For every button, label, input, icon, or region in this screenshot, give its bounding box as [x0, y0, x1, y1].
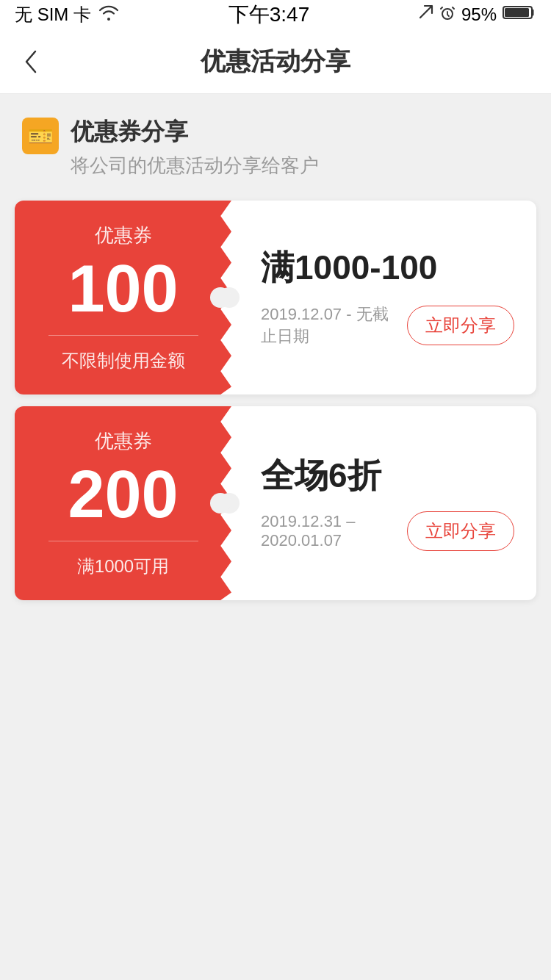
- coupon-left-panel: 优惠券 100 不限制使用金额: [15, 201, 231, 394]
- location-icon: [419, 4, 433, 25]
- section-title: 优惠券分享: [71, 116, 319, 148]
- back-button[interactable]: [22, 47, 40, 76]
- coupon-date: 2019.12.07 - 无截止日期: [261, 303, 400, 347]
- alarm-icon: [439, 4, 455, 25]
- coupon-condition: 不限制使用金额: [62, 349, 185, 372]
- svg-rect-2: [505, 8, 529, 17]
- coupon-divider: [48, 335, 198, 336]
- section-subtitle: 将公司的优惠活动分享给客户: [71, 153, 319, 179]
- coupon-label: 优惠券: [95, 223, 152, 248]
- coupon-item: 优惠券 100 不限制使用金额 满1000-100 2019.12.07 - 无…: [15, 201, 536, 394]
- status-left: 无 SIM 卡: [15, 3, 119, 26]
- status-time: 下午3:47: [228, 1, 310, 29]
- coupon-right-panel: 满1000-100 2019.12.07 - 无截止日期 立即分享: [231, 201, 536, 394]
- wifi-icon: [98, 4, 119, 25]
- coupon-name: 全场6折: [261, 455, 514, 496]
- coupon-label: 优惠券: [95, 428, 152, 454]
- coupon-item: 优惠券 200 满1000可用 全场6折 2019.12.31 – 2020.0…: [15, 406, 536, 600]
- page-title: 优惠活动分享: [201, 45, 350, 79]
- coupon-date: 2019.12.31 – 2020.01.07: [261, 512, 400, 550]
- battery-icon: [503, 4, 536, 25]
- section-icon: 🎫: [22, 118, 59, 154]
- bottom-space: [0, 615, 551, 980]
- coupon-name: 满1000-100: [261, 248, 514, 288]
- coupon-right-panel: 全场6折 2019.12.31 – 2020.01.07 立即分享: [231, 406, 536, 600]
- coupon-amount: 100: [68, 256, 178, 322]
- status-right: 95%: [419, 4, 536, 25]
- coupon-divider: [48, 541, 198, 541]
- share-button[interactable]: 立即分享: [407, 511, 514, 551]
- carrier-label: 无 SIM 卡: [15, 3, 91, 26]
- section-header: 🎫 优惠券分享 将公司的优惠活动分享给客户: [0, 94, 551, 193]
- coupon-condition: 满1000可用: [77, 555, 169, 578]
- nav-bar: 优惠活动分享: [0, 29, 551, 94]
- share-button[interactable]: 立即分享: [407, 306, 514, 345]
- coupon-amount: 200: [68, 461, 178, 527]
- coupon-meta: 2019.12.07 - 无截止日期 立即分享: [261, 303, 514, 347]
- coupon-list: 优惠券 100 不限制使用金额 满1000-100 2019.12.07 - 无…: [0, 193, 551, 615]
- status-bar: 无 SIM 卡 下午3:47 95%: [0, 0, 551, 29]
- coupon-left-panel: 优惠券 200 满1000可用: [15, 406, 231, 600]
- battery-percent: 95%: [461, 4, 497, 25]
- coupon-meta: 2019.12.31 – 2020.01.07 立即分享: [261, 511, 514, 551]
